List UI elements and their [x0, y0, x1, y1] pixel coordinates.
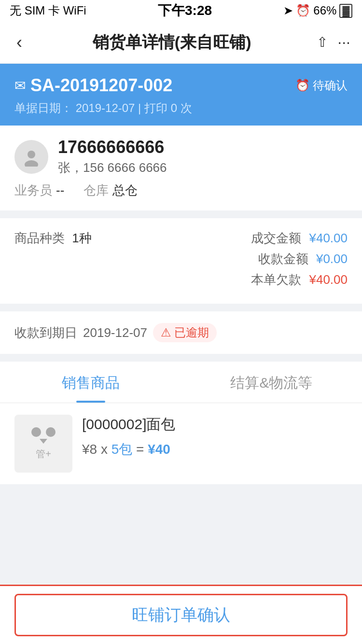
svg-point-1	[25, 160, 38, 167]
price-text: ¥8 x	[82, 442, 111, 457]
owe-row: 本单欠款 ¥40.00	[251, 271, 348, 288]
order-header: ✉ SA-20191207-002 ⏰ 待确认 单据日期： 2019-12-07…	[0, 64, 362, 126]
back-button[interactable]: ‹	[12, 28, 27, 57]
category-info: 商品种类 1种	[14, 230, 92, 247]
battery-indicator: 66%	[313, 4, 336, 17]
owe-label: 本单欠款	[251, 271, 301, 288]
customer-phone: 17666666666	[58, 137, 167, 157]
status-bar: 无 SIM 卡 WiFi 下午3:28 ➤ ⏰ 66% ▓	[0, 0, 362, 21]
amounts: 成交金额 ¥40.00 收款金额 ¥0.00 本单欠款 ¥40.00	[251, 230, 348, 292]
page-title: 销货单详情(来自旺铺)	[93, 31, 251, 54]
due-date: 2019-12-07	[83, 325, 147, 340]
amount-row: 成交金额 ¥40.00	[251, 230, 348, 247]
product-section: 管+ [0000002]面包 ¥8 x 5包 = ¥40	[0, 403, 362, 484]
warehouse-label: 仓库	[84, 182, 109, 199]
share-button[interactable]: ⇧	[317, 34, 328, 50]
sim-indicator: 无 SIM 卡 WiFi	[10, 3, 86, 18]
received-label: 收款金额	[258, 251, 308, 267]
tabs-section: 销售商品 结算&物流等	[0, 362, 362, 403]
summary-section: 商品种类 1种 成交金额 ¥40.00 收款金额 ¥0.00 本单欠款 ¥40.…	[0, 218, 362, 304]
customer-section: 17666666666 张，156 6666 6666 业务员 -- 仓库 总仓	[0, 126, 362, 210]
tab-settlement[interactable]: 结算&物流等	[181, 362, 362, 403]
salesperson-label: 业务员	[14, 182, 52, 199]
customer-name: 张，156 6666 6666	[58, 159, 167, 176]
bottom-bar: 旺铺订单确认	[0, 585, 362, 644]
customer-meta: 业务员 -- 仓库 总仓	[14, 182, 348, 199]
status-time: 下午3:28	[158, 1, 212, 20]
confirm-button[interactable]: 旺铺订单确认	[14, 594, 348, 636]
more-button[interactable]: ···	[337, 33, 350, 51]
order-date: 单据日期： 2019-12-07 | 打印 0 次	[14, 100, 348, 116]
product-item: 管+ [0000002]面包 ¥8 x 5包 = ¥40	[14, 415, 348, 473]
customer-info: 17666666666 张，156 6666 6666	[58, 137, 167, 176]
product-thumbnail: 管+	[31, 427, 56, 461]
clock-icon: ⏰	[295, 79, 310, 92]
overdue-badge: ⚠ 已逾期	[153, 323, 217, 342]
amount-label: 成交金额	[251, 230, 301, 247]
battery-icon: ▓	[339, 4, 352, 18]
status-left: 无 SIM 卡 WiFi	[10, 3, 86, 18]
received-row: 收款金额 ¥0.00	[251, 251, 348, 267]
status-right: ➤ ⏰ 66% ▓	[283, 4, 352, 18]
order-id: SA-20191207-002	[30, 75, 172, 96]
product-name: [0000002]面包	[82, 415, 348, 434]
category-count: 1种	[72, 231, 91, 245]
nav-actions: ⇧ ···	[317, 33, 350, 51]
product-price: ¥8 x 5包 = ¥40	[82, 440, 348, 459]
due-label: 收款到期日	[14, 324, 77, 341]
warehouse-item: 仓库 总仓	[84, 182, 138, 199]
product-image: 管+	[14, 415, 72, 473]
customer-row: 17666666666 张，156 6666 6666	[14, 137, 348, 176]
warehouse-value: 总仓	[112, 182, 138, 199]
amount-value: ¥40.00	[309, 231, 348, 246]
nav-bar: ‹ 销货单详情(来自旺铺) ⇧ ···	[0, 21, 362, 64]
location-icon: ➤	[283, 4, 293, 17]
salesperson-value: --	[56, 183, 64, 198]
owe-value: ¥40.00	[309, 272, 348, 287]
salesperson-item: 业务员 --	[14, 182, 64, 199]
tabs-row: 销售商品 结算&物流等	[0, 362, 362, 403]
warning-icon: ⚠	[161, 326, 171, 339]
order-status: ⏰ 待确认	[295, 78, 348, 93]
svg-point-0	[28, 151, 35, 158]
alarm-icon: ⏰	[296, 4, 310, 17]
avatar	[14, 140, 48, 174]
category-label: 商品种类	[14, 231, 65, 245]
price-total: ¥40	[148, 442, 170, 457]
bottom-spacer	[0, 492, 362, 569]
order-id-row: ✉ SA-20191207-002 ⏰ 待确认	[14, 75, 348, 96]
product-qty: 5包	[111, 442, 133, 457]
status-text: 待确认	[313, 78, 348, 93]
overdue-text: 已逾期	[174, 325, 209, 340]
received-value: ¥0.00	[316, 252, 348, 266]
due-date-section: 收款到期日 2019-12-07 ⚠ 已逾期	[0, 311, 362, 354]
product-info: [0000002]面包 ¥8 x 5包 = ¥40	[82, 415, 348, 459]
price-separator: =	[132, 442, 148, 457]
tab-products[interactable]: 销售商品	[0, 362, 181, 403]
